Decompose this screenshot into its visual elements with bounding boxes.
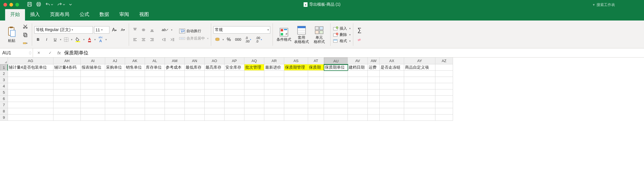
cell-AV2[interactable] <box>348 71 368 77</box>
cell-AW7[interactable] <box>368 102 380 108</box>
cell-AL6[interactable] <box>145 96 165 102</box>
column-header-AL[interactable]: AL <box>145 58 165 64</box>
row-header-8[interactable]: 8 <box>0 108 8 114</box>
cell-AQ4[interactable] <box>244 83 264 89</box>
cell-AT3[interactable] <box>308 77 324 83</box>
cell-AN5[interactable] <box>185 89 205 96</box>
cell-AO8[interactable] <box>205 108 225 114</box>
cancel-formula-button[interactable]: ✕ <box>33 48 44 57</box>
cell-AU7[interactable] <box>324 102 348 108</box>
increase-decimal-button[interactable]: .0.00 <box>244 36 253 43</box>
format-painter-button[interactable] <box>21 39 30 47</box>
cell-AY7[interactable] <box>404 102 435 108</box>
cell-AM3[interactable] <box>165 77 185 83</box>
cell-AL7[interactable] <box>145 102 165 108</box>
row-header-7[interactable]: 7 <box>0 102 8 108</box>
bold-button[interactable]: B <box>34 36 42 43</box>
column-header-AY[interactable]: AY <box>404 58 435 64</box>
cell-AU5[interactable] <box>324 89 348 96</box>
row-header-9[interactable]: 9 <box>0 114 8 121</box>
cell-AZ7[interactable] <box>435 102 453 108</box>
cell-AV5[interactable] <box>348 89 368 96</box>
cell-AY8[interactable] <box>404 108 435 114</box>
qat-customize-icon[interactable] <box>69 3 72 7</box>
cell-AK4[interactable] <box>125 83 145 89</box>
cell-AH8[interactable] <box>53 108 81 114</box>
cell-AI1[interactable]: 报表辅单位 <box>81 64 105 71</box>
cell-AS6[interactable] <box>284 96 308 102</box>
cell-AH1[interactable]: 辅计量4条码 <box>53 64 81 71</box>
align-bottom-button[interactable] <box>148 26 156 34</box>
merge-center-button[interactable]: 合并后居中 ▾ <box>179 36 209 41</box>
zoom-window-icon[interactable] <box>15 3 19 7</box>
cell-AR7[interactable] <box>264 102 284 108</box>
cell-AZ9[interactable] <box>435 114 453 121</box>
cell-AN4[interactable] <box>185 83 205 89</box>
column-header-AP[interactable]: AP <box>225 58 244 64</box>
cell-AT5[interactable] <box>308 89 324 96</box>
cell-AX2[interactable] <box>380 71 404 77</box>
font-color-button[interactable]: A <box>86 36 93 43</box>
row-header-1[interactable]: 1 <box>0 64 8 71</box>
cell-AL2[interactable] <box>145 71 165 77</box>
insert-cells-button[interactable]: 插入▾ <box>333 26 351 31</box>
font-name-select[interactable]: 等线 Regular (正文)▾ <box>34 26 93 34</box>
cell-AN2[interactable] <box>185 71 205 77</box>
redo-icon[interactable] <box>57 2 65 7</box>
cell-AO1[interactable]: 最高库存 <box>205 64 225 71</box>
cell-AI2[interactable] <box>81 71 105 77</box>
cell-AM5[interactable] <box>165 89 185 96</box>
cell-AR9[interactable] <box>264 114 284 121</box>
cell-AX8[interactable] <box>380 108 404 114</box>
column-header-AU[interactable]: AU <box>324 58 348 65</box>
cell-AI7[interactable] <box>81 102 105 108</box>
column-header-AM[interactable]: AM <box>165 58 185 64</box>
cell-AI4[interactable] <box>81 83 105 89</box>
tab-layout[interactable]: 页面布局 <box>45 9 74 21</box>
cell-AO2[interactable] <box>205 71 225 77</box>
cell-AJ4[interactable] <box>105 83 125 89</box>
cell-AW6[interactable] <box>368 96 380 102</box>
column-header-AQ[interactable]: AQ <box>244 58 264 64</box>
cell-area[interactable]: 辅计量4是否包装单位辅计量4条码报表辅单位采购单位销售单位库存单位参考成本最低库… <box>8 64 453 121</box>
cell-AK5[interactable] <box>125 89 145 96</box>
cell-AJ8[interactable] <box>105 108 125 114</box>
cell-AM9[interactable] <box>165 114 185 121</box>
row-header-4[interactable]: 4 <box>0 83 8 89</box>
number-format-select[interactable]: 常规▾ <box>213 26 270 34</box>
print-icon[interactable] <box>36 2 41 8</box>
tab-home[interactable]: 开始 <box>5 9 25 21</box>
cell-AS1[interactable]: 保质期管理 <box>284 64 308 71</box>
cell-AH5[interactable] <box>53 89 81 96</box>
cell-AS7[interactable] <box>284 102 308 108</box>
tab-formulas[interactable]: 公式 <box>74 9 94 21</box>
column-header-AN[interactable]: AN <box>185 58 205 64</box>
font-size-select[interactable]: 11▾ <box>94 26 109 34</box>
cell-AR6[interactable] <box>264 96 284 102</box>
phonetic-button[interactable]: abcA <box>97 36 104 43</box>
align-left-button[interactable] <box>131 36 139 43</box>
cell-AY3[interactable] <box>404 77 435 83</box>
conditional-format-button[interactable]: ≠ 条件格式 <box>275 22 293 47</box>
cut-button[interactable] <box>21 23 30 30</box>
cell-AK7[interactable] <box>125 102 145 108</box>
tab-review[interactable]: 审阅 <box>114 9 134 21</box>
cell-AU3[interactable] <box>324 77 348 83</box>
underline-button[interactable]: U <box>51 36 59 43</box>
cell-AN7[interactable] <box>185 102 205 108</box>
cell-AU2[interactable] <box>324 71 348 77</box>
cell-AP6[interactable] <box>225 96 244 102</box>
cell-AO5[interactable] <box>205 89 225 96</box>
column-header-AS[interactable]: AS <box>284 58 308 64</box>
fx-label[interactable]: fx <box>56 50 63 55</box>
cell-AQ7[interactable] <box>244 102 264 108</box>
cell-AP2[interactable] <box>225 71 244 77</box>
cell-AN3[interactable] <box>185 77 205 83</box>
cell-AN8[interactable] <box>185 108 205 114</box>
cell-AZ3[interactable] <box>435 77 453 83</box>
wrap-text-button[interactable]: 自动换行 <box>179 28 209 34</box>
cell-AW8[interactable] <box>368 108 380 114</box>
align-top-button[interactable] <box>131 26 139 34</box>
cell-AN9[interactable] <box>185 114 205 121</box>
fill-color-button[interactable] <box>74 36 82 43</box>
